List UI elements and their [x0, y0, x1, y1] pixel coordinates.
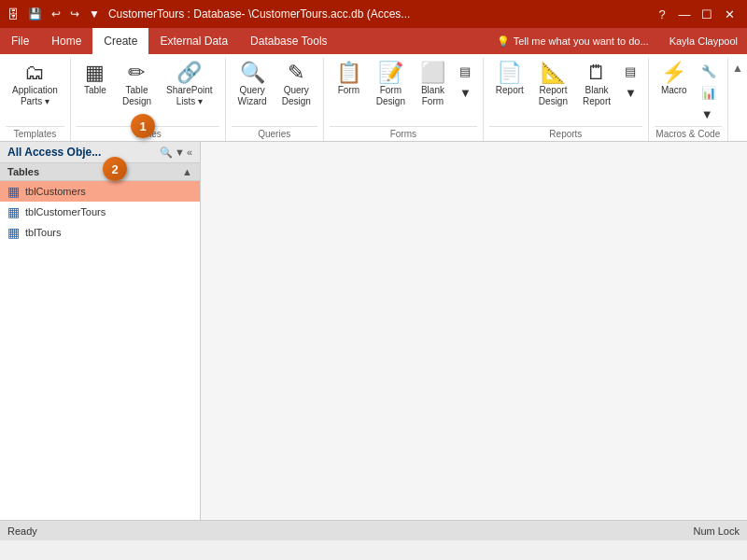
sharepoint-icon: 🔗	[176, 63, 202, 83]
sidebar-header-btns: 🔍 ▼ «	[160, 147, 192, 159]
macro-code-icon: 🔧	[701, 64, 716, 78]
blank-report-label: BlankReport	[583, 85, 611, 107]
minimize-btn[interactable]: —	[674, 4, 695, 24]
form-design-label: FormDesign	[376, 85, 405, 107]
sharepoint-label: SharePointLists ▾	[166, 85, 212, 107]
menu-file[interactable]: File	[0, 28, 40, 54]
form-design-btn[interactable]: 📝 FormDesign	[370, 58, 412, 114]
maximize-btn[interactable]: ☐	[697, 4, 717, 24]
macro-more-btn3[interactable]: ▼	[696, 105, 722, 124]
app-icon: 🗄	[7, 7, 20, 21]
status-left: Ready	[7, 525, 37, 537]
user-name: Kayla Claypool	[660, 28, 747, 54]
form-more-icon1: ▤	[459, 64, 471, 78]
ribbon-group-forms: 📋 Form 📝 FormDesign ⬜ BlankForm ▤ ▼ Form…	[324, 58, 484, 141]
title-bar-left: 🗄 💾 ↩ ↪ ▼ CustomerTours : Database- \Cus…	[7, 7, 410, 21]
menu-create[interactable]: Create	[92, 28, 148, 54]
collapse-ribbon-btn[interactable]: ▲	[732, 62, 743, 75]
form-icon: 📋	[336, 63, 361, 83]
table-design-icon: ✏	[128, 63, 145, 83]
ribbon-group-reports: 📄 Report 📐 ReportDesign 🗒 BlankReport ▤ …	[484, 58, 649, 141]
blank-form-label: BlankForm	[421, 85, 444, 107]
form-more-btn1[interactable]: ▤	[454, 62, 477, 81]
sidebar-item-tblTours[interactable]: ▦ tblTours	[0, 222, 200, 243]
ribbon-group-macros-items: ⚡ Macro 🔧 📊 ▼	[655, 58, 722, 124]
sharepoint-lists-btn[interactable]: 🔗 SharePointLists ▾	[160, 58, 218, 114]
table-btn[interactable]: ▦ Table	[77, 58, 114, 114]
ribbon-group-macros: ⚡ Macro 🔧 📊 ▼ Macros & Code	[649, 58, 728, 141]
sidebar-item-tblCustomerTours[interactable]: ▦ tblCustomerTours	[0, 202, 200, 222]
macro-label: Macro	[661, 85, 687, 96]
query-wizard-btn[interactable]: 🔍 QueryWizard	[232, 58, 274, 114]
query-wizard-icon: 🔍	[240, 63, 265, 83]
ribbon-group-forms-items: 📋 Form 📝 FormDesign ⬜ BlankForm ▤ ▼	[330, 58, 477, 124]
table-label: Table	[84, 85, 106, 96]
blank-form-icon: ⬜	[420, 63, 445, 83]
customize-quick-btn[interactable]: ▼	[86, 7, 103, 21]
report-more-btn2[interactable]: ▼	[619, 83, 642, 103]
blank-report-icon: 🗒	[586, 63, 607, 83]
sidebar-title: All Access Obje...	[7, 146, 101, 159]
macro-icon: ⚡	[661, 63, 686, 83]
undo-quick-btn[interactable]: ↩	[49, 7, 63, 21]
report-design-label: ReportDesign	[539, 85, 568, 107]
ribbon-group-templates-items: 🗂 ApplicationParts ▾	[6, 58, 64, 124]
ribbon-group-templates: 🗂 ApplicationParts ▾ Templates	[0, 58, 71, 141]
macro-more-btn2[interactable]: 📊	[696, 83, 722, 103]
redo-quick-btn[interactable]: ↪	[67, 7, 82, 21]
ribbon-group-queries-items: 🔍 QueryWizard ✎ QueryDesign	[232, 58, 317, 124]
help-window-btn[interactable]: ?	[652, 4, 672, 24]
ribbon-group-reports-label: Reports	[489, 126, 642, 141]
menu-search: 💡 Tell me what you want to do...	[497, 28, 660, 54]
table-design-btn[interactable]: ✏ TableDesign	[116, 58, 158, 114]
macro-more-btn1[interactable]: 🔧	[696, 62, 722, 81]
sidebar-section-collapse-btn[interactable]: ▲	[182, 166, 192, 177]
menu-external-data[interactable]: External Data	[148, 28, 239, 54]
query-design-label: QueryDesign	[282, 85, 311, 107]
ribbon-group-macros-label: Macros & Code	[655, 126, 722, 141]
report-more-icon1: ▤	[625, 64, 636, 78]
save-quick-btn[interactable]: 💾	[25, 7, 45, 21]
table-icon: ▦	[85, 63, 105, 83]
close-btn[interactable]: ✕	[719, 4, 740, 24]
application-parts-icon: 🗂	[24, 63, 45, 83]
application-parts-btn[interactable]: 🗂 ApplicationParts ▾	[6, 58, 64, 114]
status-right: Num Lock	[693, 525, 740, 537]
ribbon-container: 🗂 ApplicationParts ▾ Templates ▦ Table ✏…	[0, 54, 747, 142]
form-label: Form	[338, 85, 359, 96]
search-icon: 💡	[497, 35, 510, 48]
form-more-btn2[interactable]: ▼	[454, 83, 477, 103]
status-bar: Ready Num Lock	[0, 520, 747, 540]
sidebar: All Access Obje... 🔍 ▼ « Tables ▲ ▦ tblC…	[0, 142, 201, 520]
main-layout: All Access Obje... 🔍 ▼ « Tables ▲ ▦ tblC…	[0, 142, 747, 520]
blank-report-btn[interactable]: 🗒 BlankReport	[576, 58, 617, 114]
application-parts-label: ApplicationParts ▾	[12, 85, 58, 107]
sidebar-menu-btn[interactable]: ▼	[175, 147, 185, 159]
menu-database-tools[interactable]: Database Tools	[239, 28, 339, 54]
form-btn[interactable]: 📋 Form	[330, 58, 368, 114]
form-design-icon: 📝	[378, 63, 403, 83]
menu-home[interactable]: Home	[40, 28, 92, 54]
sidebar-items: ▦ tblCustomers ▦ tblCustomerTours ▦ tblT…	[0, 181, 200, 520]
window-controls: ? — ☐ ✕	[652, 4, 740, 24]
macro-btn[interactable]: ⚡ Macro	[655, 58, 694, 114]
search-placeholder: Tell me what you want to do...	[514, 35, 649, 47]
sidebar-section-title: Tables	[7, 166, 39, 177]
ribbon: 🗂 ApplicationParts ▾ Templates ▦ Table ✏…	[0, 54, 747, 142]
report-more-btn1[interactable]: ▤	[619, 62, 642, 81]
table-item-icon-3: ▦	[7, 225, 20, 240]
sidebar-collapse-btn[interactable]: «	[187, 147, 192, 159]
query-design-btn[interactable]: ✎ QueryDesign	[275, 58, 317, 114]
report-design-btn[interactable]: 📐 ReportDesign	[532, 58, 574, 114]
callout-1: 1	[131, 114, 155, 138]
report-more-icon2: ▼	[625, 86, 637, 100]
ribbon-group-queries-label: Queries	[232, 126, 317, 141]
ribbon-group-forms-label: Forms	[330, 126, 477, 141]
macro-extra-icon: ▼	[701, 107, 713, 121]
blank-form-btn[interactable]: ⬜ BlankForm	[414, 58, 452, 114]
sidebar-search-btn[interactable]: 🔍	[160, 147, 173, 159]
table-item-icon-2: ▦	[7, 204, 20, 219]
report-btn[interactable]: 📄 Report	[489, 58, 530, 114]
sidebar-section-header: Tables ▲	[0, 163, 200, 181]
sidebar-item-tblCustomers[interactable]: ▦ tblCustomers	[0, 181, 200, 202]
